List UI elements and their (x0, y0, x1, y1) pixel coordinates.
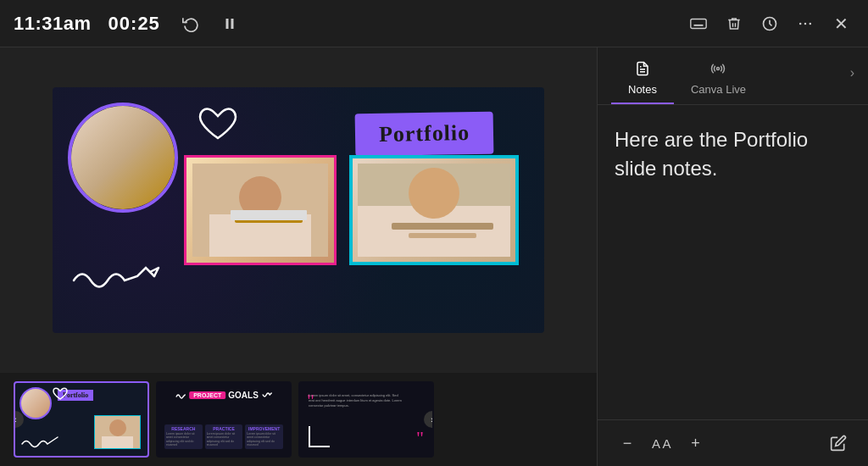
tab-canva-live[interactable]: Canva Live (674, 56, 763, 104)
slide-photo2 (349, 155, 519, 265)
canva-live-tab-icon (709, 61, 726, 80)
thumb2-squiggle-right (261, 390, 273, 400)
more-button[interactable] (792, 10, 819, 37)
svg-point-23 (109, 419, 126, 436)
svg-point-9 (799, 22, 802, 25)
timer-display: 00:25 (108, 13, 160, 35)
font-controls: − A A + (615, 430, 709, 456)
slide-heart-doodle (197, 106, 239, 152)
svg-point-27 (717, 68, 720, 70)
thumb2-title: PROJECT GOALS (175, 390, 273, 400)
slide-circle-photo (68, 103, 178, 213)
clock-button[interactable] (756, 10, 783, 37)
thumb3-quote-text: Lorem ipsum dolor sit amet, consectetur … (309, 393, 402, 408)
main-slide: Portfolio (53, 87, 544, 333)
svg-rect-21 (409, 233, 476, 238)
thumb2-col-research: RESEARCH Lorem ipsum dolor sit amet cons… (164, 424, 203, 449)
thumb1-wave (20, 434, 67, 449)
slide-photo2-img (358, 164, 510, 257)
slide-photo1-img (192, 164, 328, 257)
notes-footer: − A A + (598, 419, 868, 466)
svg-point-11 (810, 22, 812, 25)
history-icon (182, 15, 199, 32)
svg-rect-1 (231, 19, 233, 29)
top-bar: 11:31am 00:25 (0, 0, 868, 47)
svg-point-10 (804, 22, 807, 25)
svg-point-19 (409, 168, 459, 219)
toolbar-right: ✕ (685, 10, 854, 37)
thumb2-goals-label: GOALS (228, 391, 259, 400)
thumb1-circle (19, 387, 52, 419)
panel-tabs: Notes Canva Live › (598, 47, 868, 105)
slide-portfolio-label: Portfolio (354, 112, 493, 157)
thumbnail-prev-arrow[interactable]: ‹ (14, 411, 24, 428)
keyboard-button[interactable] (685, 10, 712, 37)
notes-text: Here are the Portfolio slide notes. (615, 125, 851, 182)
close-button[interactable]: ✕ (827, 10, 854, 37)
thumb1-photo-img (95, 416, 140, 448)
font-increase-button[interactable]: + (683, 430, 709, 456)
notes-content: Here are the Portfolio slide notes. (598, 105, 868, 419)
time-display: 11:31am (14, 13, 92, 35)
thumb2-columns: RESEARCH Lorem ipsum dolor sit amet cons… (164, 424, 283, 449)
thumb1-photo (94, 415, 141, 449)
canva-live-icon (709, 61, 726, 76)
more-icon (797, 15, 814, 32)
thumb2-col-practice: PRACTICE Lorem ipsum dolor sit amet cons… (205, 424, 243, 449)
thumb3-corner (309, 426, 330, 447)
svg-rect-24 (102, 436, 133, 448)
notes-tab-icon (635, 61, 650, 80)
thumbnail-1[interactable]: ‹ Portfolio (14, 381, 149, 458)
thumb2-squiggle-left (175, 390, 186, 400)
history-button[interactable] (177, 10, 204, 37)
slide-wave-doodle (70, 259, 171, 299)
thumbnail-next-arrow[interactable]: › (424, 411, 434, 428)
thumbnail-2[interactable]: PROJECT GOALS RESEARCH Lorem ipsum dolor… (156, 381, 292, 458)
thumbnail-3[interactable]: " Lorem ipsum dolor sit amet, consectetu… (298, 381, 434, 458)
notes-tab-label: Notes (628, 83, 657, 96)
notes-icon (635, 61, 650, 76)
svg-rect-16 (231, 210, 307, 220)
panel-expand-chevron[interactable]: › (850, 65, 854, 80)
keyboard-icon (689, 14, 708, 33)
thumbnail-row: ‹ Portfolio (0, 373, 597, 466)
thumb3-quote-close: " (416, 427, 424, 449)
thumb1-heart (53, 387, 68, 401)
svg-rect-20 (392, 223, 493, 230)
edit-notes-button[interactable] (826, 430, 851, 456)
thumb2-col-improvement: IMPROVEMENT Lorem ipsum dolor sit amet c… (245, 424, 283, 449)
trash-button[interactable] (721, 10, 748, 37)
tab-notes[interactable]: Notes (611, 56, 674, 104)
pause-icon (222, 16, 237, 31)
svg-rect-0 (225, 19, 228, 29)
slide-preview-area: Portfolio (0, 47, 597, 373)
toolbar-icons (177, 10, 243, 37)
right-panel: Notes Canva Live › Here are the Portfoli… (597, 47, 868, 466)
left-panel: Portfolio (0, 47, 597, 466)
main-content: Portfolio (0, 47, 868, 466)
font-size-label: A A (652, 436, 671, 451)
font-decrease-button[interactable]: − (615, 430, 640, 456)
edit-icon (830, 435, 847, 452)
clock-icon (761, 15, 778, 32)
svg-rect-2 (691, 19, 706, 28)
thumb2-project-label: PROJECT (189, 391, 225, 399)
canva-live-tab-label: Canva Live (691, 83, 746, 96)
slide-circle-inner (71, 106, 175, 209)
pause-button[interactable] (216, 10, 243, 37)
trash-icon (726, 16, 742, 31)
slide-photo1 (184, 155, 337, 265)
